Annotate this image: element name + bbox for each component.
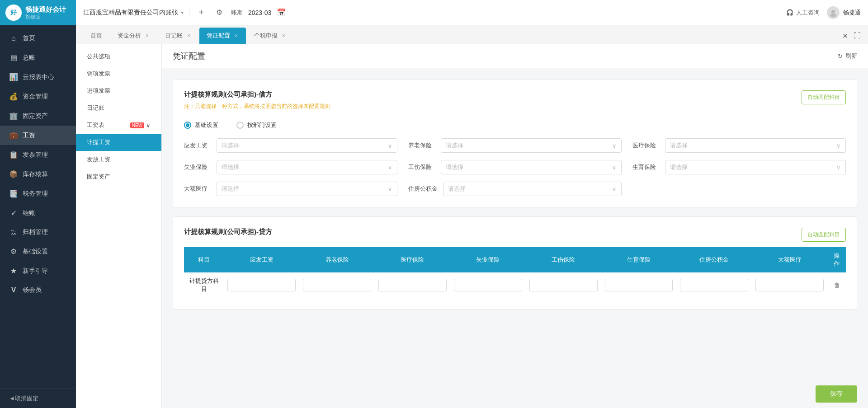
shiye-select[interactable]: 请选择 ∨ — [217, 160, 397, 174]
select-chevron-icon: ∨ — [612, 164, 617, 171]
cancel-fixed-btn[interactable]: ◄取消固定 — [0, 389, 76, 408]
sidebar-item-archive[interactable]: 🗂 归档管理 — [0, 223, 76, 242]
close-window-button[interactable]: ✕ — [842, 32, 848, 40]
tab-voucher[interactable]: 凭证配置 × — [199, 28, 246, 44]
yanglao-select[interactable]: 请选择 ∨ — [441, 138, 622, 153]
shengyu-select[interactable]: 请选择 ∨ — [665, 160, 846, 174]
menu-item-fixed-assets[interactable]: 固定资产 — [76, 168, 161, 185]
topbar: 江西服宝精品有限责任公司内账张 ▾ + ⚙ 账期 2023-03 📅 🎧 人工咨… — [76, 0, 868, 25]
tab-tax[interactable]: 个税申报 × — [247, 28, 293, 44]
menu-item-sales[interactable]: 销项发票 — [76, 65, 161, 82]
radio-basic-label: 基础设置 — [195, 121, 218, 129]
zhufang-label: 住房公积金 — [408, 185, 438, 193]
cell-yingfa — [224, 272, 299, 298]
sidebar-item-ledger[interactable]: ▤ 总账 — [0, 48, 76, 67]
tab-capital-close[interactable]: × — [145, 32, 150, 40]
input-zhufang[interactable] — [680, 279, 748, 291]
calendar-icon[interactable]: 📅 — [277, 8, 286, 17]
yingfa-select[interactable]: 请选择 ∨ — [217, 138, 397, 153]
yiliao-select[interactable]: 请选择 ∨ — [665, 138, 846, 153]
menu-item-public[interactable]: 公共选项 — [76, 48, 161, 65]
company-selector[interactable]: 江西服宝精品有限责任公司内账张 ▾ — [83, 9, 184, 17]
settings-icon: ⚙ — [9, 247, 18, 256]
sidebar-item-salary[interactable]: 💼 工资 — [0, 126, 76, 145]
tabs-bar: 首页 资金分析 × 日记账 × 凭证配置 × 个税申报 × ✕ ⛶ — [76, 25, 868, 44]
menu-item-salary-sheet[interactable]: 工资表 NEW ∨ — [76, 117, 161, 134]
sidebar-item-tax[interactable]: 📑 税务管理 — [0, 184, 76, 203]
tab-capital[interactable]: 资金分析 × — [110, 28, 157, 44]
add-button[interactable]: + — [195, 6, 208, 19]
radio-by-dept[interactable]: 按部门设置 — [236, 121, 277, 129]
topbar-right: 🎧 人工咨询 畅捷通 — [786, 6, 861, 19]
form-item-shiye: 失业保险 请选择 ∨ — [184, 160, 397, 174]
user-info[interactable]: 畅捷通 — [827, 6, 861, 19]
maximize-window-button[interactable]: ⛶ — [854, 32, 861, 40]
sidebar-item-reports[interactable]: 📊 云报表中心 — [0, 67, 76, 87]
input-shiye[interactable] — [454, 279, 522, 291]
salary-icon: 💼 — [9, 131, 18, 140]
input-yiliao[interactable] — [378, 279, 447, 291]
reports-icon: 📊 — [9, 73, 18, 81]
input-yanglao[interactable] — [303, 279, 371, 291]
expand-icon: ∨ — [146, 122, 151, 129]
support-button[interactable]: 🎧 人工咨询 — [786, 9, 820, 17]
tab-journal-close[interactable]: × — [186, 32, 191, 40]
zhufang-select[interactable]: 请选择 ∨ — [443, 182, 622, 196]
tab-capital-label: 资金分析 — [118, 32, 141, 40]
delete-row-button[interactable]: 🗑 — [834, 281, 840, 289]
debit-form-grid: 应发工资 请选择 ∨ 养老保险 请选择 ∨ — [184, 138, 846, 196]
sidebar-item-capital[interactable]: 💰 资金管理 — [0, 87, 76, 106]
cell-zhufang — [676, 272, 752, 298]
sidebar-item-label: 云报表中心 — [23, 73, 54, 81]
company-chevron-icon: ▾ — [181, 9, 184, 16]
app-logo[interactable]: 好 畅捷通好会计 旗舰版 — [0, 0, 76, 25]
sidebar-item-label: 新手引导 — [23, 267, 48, 275]
tab-tax-label: 个税申报 — [254, 32, 278, 40]
sidebar-item-label: 首页 — [23, 34, 35, 42]
credit-auto-match-button[interactable]: 自动匹配科目 — [802, 228, 846, 242]
th-subject: 科目 — [184, 247, 224, 272]
th-dae: 大额医疗 — [752, 247, 827, 272]
svg-point-0 — [831, 10, 835, 14]
sidebar-item-guide[interactable]: ★ 新手引导 — [0, 261, 76, 281]
input-shengyu[interactable] — [605, 279, 673, 291]
sidebar-item-invoice[interactable]: 📋 发票管理 — [0, 145, 76, 164]
left-panel: 公共选项 销项发票 进项发票 日记账 工资表 NEW ∨ 计提工资 — [76, 44, 162, 408]
sidebar-item-assets[interactable]: 🏢 固定资产 — [0, 106, 76, 126]
debit-auto-match-button[interactable]: 自动匹配科目 — [802, 90, 846, 104]
logo-icon: 好 — [5, 5, 22, 21]
sidebar-item-label: 库存核算 — [23, 170, 48, 178]
gear-button[interactable]: ⚙ — [213, 6, 226, 19]
save-button[interactable]: 保存 — [816, 385, 857, 403]
sidebar-item-vip[interactable]: V 畅会员 — [0, 281, 76, 300]
input-gongshang[interactable] — [529, 279, 598, 291]
tab-voucher-close[interactable]: × — [234, 32, 239, 40]
select-chevron-icon: ∨ — [836, 142, 841, 149]
input-dae[interactable] — [755, 279, 824, 291]
tab-actions: ✕ ⛶ — [842, 28, 861, 44]
credit-section-header: 计提核算规则(公司承担)-贷方 自动匹配科目 — [184, 228, 846, 242]
tab-home[interactable]: 首页 — [83, 28, 109, 44]
gongshang-select[interactable]: 请选择 ∨ — [441, 160, 622, 174]
input-yingfa[interactable] — [227, 279, 296, 291]
guide-icon: ★ — [9, 267, 18, 275]
form-item-yiliao: 医疗保险 请选择 ∨ — [632, 138, 846, 153]
menu-item-purchase[interactable]: 进项发票 — [76, 82, 161, 99]
tab-tax-close[interactable]: × — [281, 32, 286, 40]
divider — [189, 8, 189, 17]
cell-yanglao — [299, 272, 375, 298]
menu-item-pay-salary[interactable]: 发放工资 — [76, 151, 161, 168]
sidebar-item-settle[interactable]: ✓ 结账 — [0, 203, 76, 223]
sidebar-item-settings[interactable]: ⚙ 基础设置 — [0, 242, 76, 261]
sidebar-item-inventory[interactable]: 📦 库存核算 — [0, 164, 76, 184]
tab-journal[interactable]: 日记账 × — [158, 28, 198, 44]
dae-select[interactable]: 请选择 ∨ — [217, 182, 397, 196]
sidebar-item-home[interactable]: ⌂ 首页 — [0, 29, 76, 48]
refresh-button[interactable]: ↻ 刷新 — [838, 52, 857, 60]
menu-item-calc-salary[interactable]: 计提工资 — [76, 134, 161, 151]
refresh-label: 刷新 — [845, 52, 857, 60]
sidebar-item-label: 总账 — [23, 54, 35, 62]
settle-icon: ✓ — [9, 209, 18, 217]
menu-item-journal[interactable]: 日记账 — [76, 99, 161, 117]
radio-basic[interactable]: 基础设置 — [184, 121, 218, 129]
